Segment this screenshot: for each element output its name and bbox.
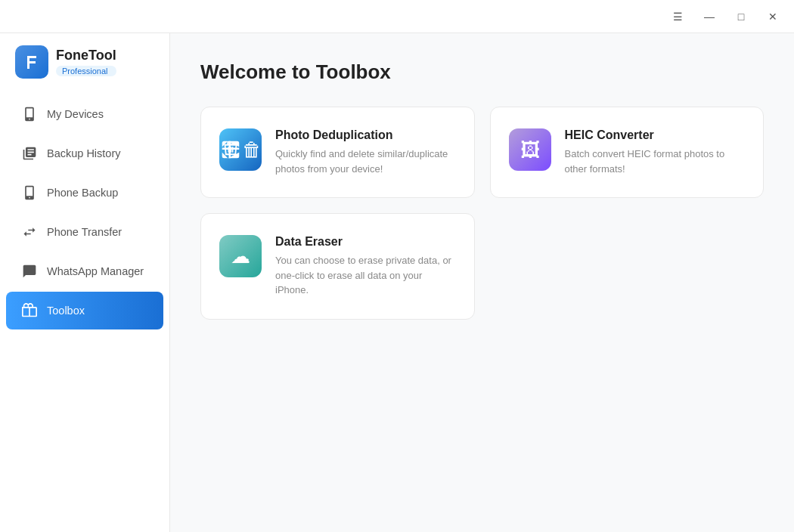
photo-deduplication-body: Photo Deduplication Quickly find and del… [275,128,456,176]
title-bar: ☰ — □ ✕ [0,0,794,33]
heic-converter-card[interactable]: 🖼 HEIC Converter Batch convert HEIC form… [490,107,765,198]
data-eraser-icon: ☁ [219,235,262,277]
photo-deduplication-icon: 🗑 [219,128,262,171]
page-title: Welcome to Toolbox [200,60,764,84]
sidebar-label-phone-backup: Phone Backup [47,187,118,199]
app-container: FoneTool Professional My Devices Backup … [0,33,794,532]
main-content: Welcome to Toolbox 🗑 Photo Deduplication [170,33,794,532]
photo-deduplication-title: Photo Deduplication [275,128,456,142]
data-eraser-body: Data Eraser You can choose to erase priv… [275,235,456,298]
close-button[interactable]: ✕ [758,5,788,29]
nav-list: My Devices Backup History Phone Backup [0,94,169,532]
toolbox-icon [21,302,38,319]
data-eraser-card[interactable]: ☁ Data Eraser You can choose to erase pr… [200,213,475,320]
menu-button[interactable]: ☰ [662,5,693,29]
heic-converter-desc: Batch convert HEIC format photos to othe… [565,147,746,176]
data-eraser-title: Data Eraser [275,235,456,249]
photo-deduplication-card[interactable]: 🗑 Photo Deduplication Quickly find and d… [200,107,475,198]
devices-icon [21,106,38,122]
sidebar-item-whatsapp-manager[interactable]: WhatsApp Manager [6,252,163,290]
sidebar: FoneTool Professional My Devices Backup … [0,33,170,532]
sidebar-label-my-devices: My Devices [47,108,104,120]
minimize-button[interactable]: — [694,5,724,29]
backup-icon [21,184,38,201]
toolbox-cards-grid: 🗑 Photo Deduplication Quickly find and d… [200,107,764,320]
heic-converter-title: HEIC Converter [565,128,746,142]
whatsapp-icon [21,263,38,280]
brand-logo [15,45,48,79]
fonetool-logo-icon [21,51,42,73]
sidebar-label-phone-transfer: Phone Transfer [47,226,122,238]
sidebar-label-toolbox: Toolbox [47,305,85,317]
window-controls: ☰ — □ ✕ [662,5,788,29]
sidebar-item-my-devices[interactable]: My Devices [6,95,163,133]
photo-deduplication-desc: Quickly find and delete similar/duplicat… [275,147,456,176]
data-eraser-desc: You can choose to erase private data, or… [275,253,456,298]
sidebar-label-backup-history: Backup History [47,147,121,159]
heic-converter-body: HEIC Converter Batch convert HEIC format… [565,128,746,176]
maximize-button[interactable]: □ [726,5,756,29]
transfer-icon [21,224,38,240]
sidebar-label-whatsapp-manager: WhatsApp Manager [47,265,144,277]
heic-converter-icon: 🖼 [509,128,551,171]
app-name: FoneTool [56,48,116,64]
sidebar-item-phone-transfer[interactable]: Phone Transfer [6,213,163,251]
app-tier-badge: Professional [56,66,116,76]
sidebar-item-backup-history[interactable]: Backup History [6,135,163,172]
brand: FoneTool Professional [0,45,169,94]
history-icon [21,145,38,162]
sidebar-item-toolbox[interactable]: Toolbox [6,292,163,329]
brand-info: FoneTool Professional [56,48,116,76]
sidebar-item-phone-backup[interactable]: Phone Backup [6,174,163,212]
